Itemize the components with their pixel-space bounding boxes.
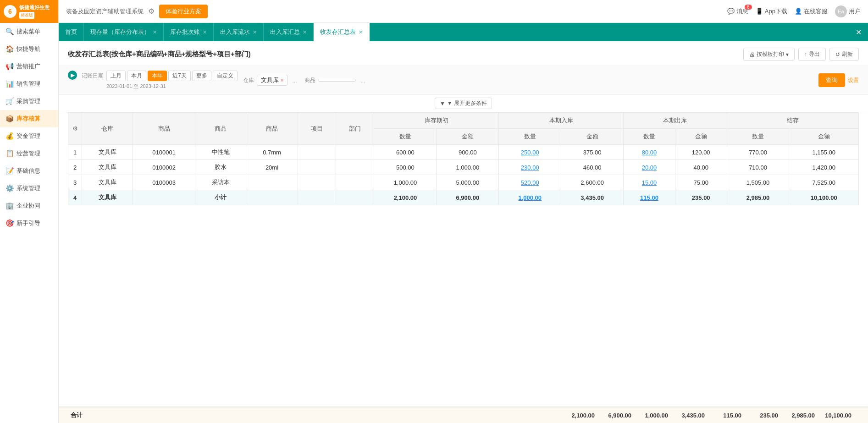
warehouse-input[interactable]: 文具库 × — [257, 75, 287, 86]
tab-in-out-flow-close[interactable]: ✕ — [253, 29, 257, 35]
sidebar-item-purchase[interactable]: 🛒 采购管理 — [0, 93, 58, 110]
query-button[interactable]: 查询 — [818, 73, 845, 87]
in-qty-cell[interactable]: 1,000.00 — [499, 190, 561, 205]
export-icon: ↑ — [804, 51, 807, 58]
tab-inventory-dist[interactable]: 现存量（库存分布表） ✕ — [84, 23, 164, 41]
export-button[interactable]: ↑ 导出 — [798, 48, 826, 61]
tab-home[interactable]: 首页 — [59, 23, 84, 41]
tab-inventory-dist-close[interactable]: ✕ — [153, 29, 157, 35]
date-last7days[interactable]: 近7天 — [168, 71, 191, 81]
dept-cell — [336, 160, 374, 175]
page-content: 收发存汇总表(按仓库+商品编码+商品+规格型号+项目+部门) 🖨 按模板打印 ▾… — [59, 41, 868, 423]
sidebar-item-marketing[interactable]: 📢 营销推广 — [0, 58, 58, 75]
tab-batch-ledger-close[interactable]: ✕ — [203, 29, 207, 35]
tab-batch-ledger[interactable]: 库存批次账 ✕ — [164, 23, 214, 41]
sidebar-item-label: 搜索菜单 — [17, 27, 40, 36]
open-qty-cell: 2,100.00 — [374, 190, 437, 205]
col-dept-header: 部门 — [336, 113, 374, 145]
warehouse-cell: 文具库 — [82, 175, 133, 190]
settings-gear-button[interactable]: ⚙ — [148, 7, 155, 16]
out-qty-cell[interactable]: 20.00 — [624, 160, 675, 175]
footer-in-amt: 3,435.00 — [673, 412, 709, 419]
table-row: 2文具库0100002胶水20ml500.001,000.00230.00460… — [68, 160, 859, 175]
open-amt-cell: 900.00 — [437, 145, 499, 160]
out-qty-cell[interactable]: 80.00 — [624, 145, 675, 160]
sidebar-item-label: 基础信息 — [17, 167, 40, 175]
col-opening-stock-header: 库存期初 — [374, 113, 499, 129]
sidebar-item-inventory[interactable]: 📦 库存核算 — [0, 110, 58, 127]
warehouse-cell: 文具库 — [82, 190, 133, 205]
spec-cell — [246, 190, 298, 205]
tab-recv-send-summary-close[interactable]: ✕ — [359, 29, 363, 35]
date-custom[interactable]: 自定义 — [213, 71, 238, 81]
in-qty-cell[interactable]: 250.00 — [499, 145, 561, 160]
tab-in-out-summary[interactable]: 出入库汇总 ✕ — [264, 23, 314, 41]
trial-button[interactable]: 体验行业方案 — [159, 5, 208, 18]
out-qty-cell[interactable]: 15.00 — [624, 175, 675, 190]
data-table: ⚙ 仓库 商品 商品 商品 项目 部门 库存期初 本期入库 本期出库 结存 — [68, 112, 859, 205]
filter-collapse-button[interactable]: ▶ — [68, 71, 77, 80]
open-amt-cell: 1,000.00 — [437, 160, 499, 175]
date-this-month[interactable]: 本月 — [127, 71, 146, 81]
logo-badge: 标准版 — [19, 12, 34, 19]
table-footer: 合计 2,100.00 6,900.00 1,000.00 3,435.00 1… — [59, 407, 868, 423]
open-qty-cell: 600.00 — [374, 145, 437, 160]
table-row: 1文具库0100001中性笔0.7mm600.00900.00250.00375… — [68, 145, 859, 160]
table-row: 3文具库0100003采访本1,000.005,000.00520.002,60… — [68, 175, 859, 190]
sidebar-item-sales[interactable]: 📊 销售管理 — [0, 75, 58, 93]
user-avatar: Ea — [835, 5, 847, 17]
user-menu-button[interactable]: Ea 用户 — [835, 5, 861, 17]
main-content: 装备及固定资产辅助管理系统 ⚙ 体验行业方案 💬 6 消息 📱 App下载 👤 … — [59, 0, 868, 423]
col-open-amt-header: 金额 — [437, 129, 499, 145]
print-button[interactable]: 🖨 按模板打印 ▾ — [743, 48, 795, 61]
goods-dots[interactable]: ... — [359, 77, 367, 84]
date-this-year[interactable]: 本年 — [148, 71, 167, 81]
date-more[interactable]: 更多 — [192, 71, 211, 81]
goods-input[interactable] — [318, 79, 356, 82]
sidebar-item-quick-nav[interactable]: 🏠 快捷导航 — [0, 40, 58, 58]
tab-bar-close-button[interactable]: ✕ — [849, 28, 868, 37]
sidebar-item-newbie[interactable]: 🎯 新手引导 — [0, 214, 58, 232]
sidebar-item-finance[interactable]: 💰 资金管理 — [0, 127, 58, 145]
sidebar-logo: 6 畅捷通好生意 标准版 — [0, 0, 58, 23]
col-bal-qty-header: 数量 — [727, 129, 789, 145]
tab-in-out-summary-close[interactable]: ✕ — [303, 29, 307, 35]
in-qty-cell[interactable]: 230.00 — [499, 160, 561, 175]
seq-cell: 3 — [68, 175, 82, 190]
sidebar-item-system[interactable]: ⚙️ 系统管理 — [0, 180, 58, 197]
bal-amt-cell: 1,420.00 — [789, 160, 859, 175]
expand-label: ▼ 展开更多条件 — [447, 99, 487, 107]
sidebar-item-label: 采购管理 — [17, 97, 40, 105]
warehouse-dots[interactable]: ... — [290, 77, 299, 84]
date-last-month[interactable]: 上月 — [106, 71, 126, 81]
app-download-button[interactable]: 📱 App下载 — [756, 7, 787, 16]
message-button[interactable]: 💬 6 消息 — [727, 7, 748, 16]
sidebar-item-operation[interactable]: 📋 经营管理 — [0, 145, 58, 162]
warehouse-tag-remove[interactable]: × — [281, 77, 283, 83]
bal-qty-cell: 710.00 — [727, 160, 789, 175]
goods-filter-label: 商品 — [304, 77, 315, 84]
col-settings-header[interactable]: ⚙ — [68, 113, 82, 145]
sidebar-item-basic[interactable]: 📝 基础信息 — [0, 162, 58, 180]
sidebar-item-search[interactable]: 🔍 搜索菜单 — [0, 23, 58, 40]
expand-conditions-button[interactable]: ▼ ▼ 展开更多条件 — [435, 98, 492, 109]
online-service-label: 在线客服 — [804, 7, 828, 16]
sidebar-item-enterprise[interactable]: 🏢 企业协同 — [0, 197, 58, 214]
out-qty-cell[interactable]: 115.00 — [624, 190, 675, 205]
tab-in-out-flow[interactable]: 出入库流水 ✕ — [214, 23, 264, 41]
footer-bal-amt: 10,100.00 — [819, 412, 856, 419]
filter-content: 记账日期 上月 本月 本年 近7天 更多 自定义 2023-01-01 至 20… — [82, 71, 859, 90]
col-inbound-header: 本期入库 — [499, 113, 624, 129]
sidebar-item-label: 快捷导航 — [17, 45, 40, 53]
in-qty-cell[interactable]: 520.00 — [499, 175, 561, 190]
col-spec-header: 商品 — [246, 113, 298, 145]
settings-link[interactable]: 设置 — [848, 77, 859, 84]
bal-qty-cell: 1,505.00 — [727, 175, 789, 190]
printer-icon: 🖨 — [749, 51, 755, 58]
warehouse-cell: 文具库 — [82, 145, 133, 160]
online-service-button[interactable]: 👤 在线客服 — [795, 7, 828, 16]
sidebar-item-label: 资金管理 — [17, 132, 40, 140]
refresh-button[interactable]: ↺ 刷新 — [829, 48, 859, 61]
tab-recv-send-summary[interactable]: 收发存汇总表 ✕ — [314, 23, 370, 41]
target-icon: 🎯 — [6, 219, 14, 227]
